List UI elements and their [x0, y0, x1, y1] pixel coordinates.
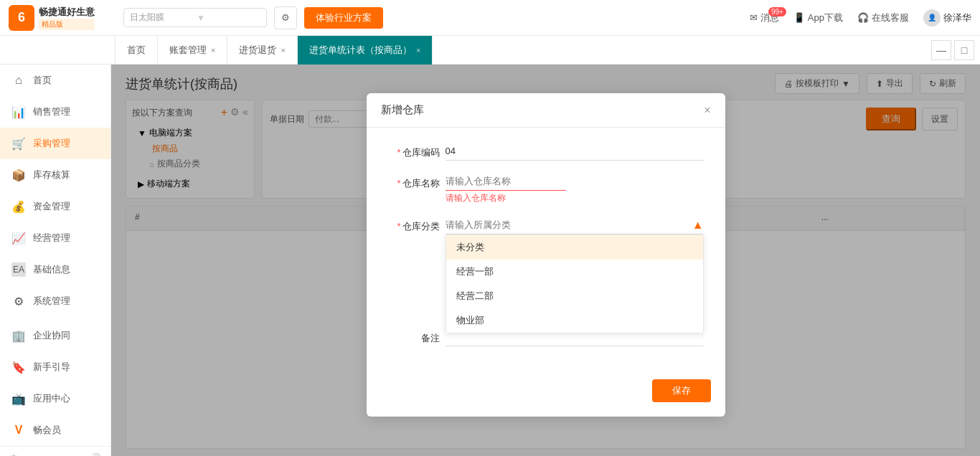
sidebar-item-operation[interactable]: 📈 经营管理 — [0, 222, 110, 254]
save-btn[interactable]: 保存 — [652, 379, 711, 402]
sidebar-inventory-label: 库存核算 — [33, 168, 70, 181]
finance-icon: 💰 — [11, 199, 26, 214]
tab-minimize-btn[interactable]: — — [931, 40, 951, 60]
tab-account-label: 账套管理 — [169, 44, 207, 57]
online-service-btn[interactable]: 🎧 在线客服 — [857, 11, 909, 24]
search-text: 日太阳膜 — [130, 11, 194, 24]
user-avatar: 👤 — [923, 9, 941, 27]
sidebar-item-enterprise[interactable]: 🏢 企业协同 — [0, 320, 110, 351]
sidebar-item-base[interactable]: EA 基础信息 — [0, 254, 110, 285]
modal-title: 新增仓库 — [381, 103, 424, 117]
modal-overlay: 新增仓库 × 仓库编码 仓库名称 — [111, 65, 980, 456]
sidebar-sound-icon[interactable]: 🔊 — [88, 452, 102, 456]
modal-footer: 保存 — [367, 372, 725, 417]
sidebar-home-label: 首页 — [33, 74, 52, 87]
messages-btn[interactable]: ✉ 消息 99+ — [750, 11, 779, 24]
tab-bar: 首页 账套管理 × 进货退货 × 进货单统计表（按商品） × — □ — [0, 36, 980, 65]
tab-home[interactable]: 首页 — [115, 36, 158, 65]
sidebar-item-sales[interactable]: 📊 销售管理 — [0, 96, 110, 128]
logo-icon: 6 — [9, 5, 34, 31]
sidebar-vip-label: 畅会员 — [33, 424, 61, 437]
operation-icon: 📈 — [11, 231, 26, 245]
category-label: 仓库分类 — [388, 216, 446, 233]
logo-main-text: 畅捷通好生意 — [39, 6, 95, 19]
inventory-icon: 📦 — [11, 168, 26, 182]
online-service-label: 在线客服 — [872, 11, 909, 24]
username: 徐泽华 — [943, 11, 971, 24]
tab-purchase-stat[interactable]: 进货单统计表（按商品） × — [298, 36, 433, 65]
apps-icon: 📺 — [11, 391, 26, 406]
guide-icon: 🔖 — [11, 360, 26, 374]
name-label: 仓库名称 — [388, 173, 446, 190]
name-input[interactable] — [446, 172, 566, 191]
sidebar-item-purchase[interactable]: 🛒 采购管理 — [0, 128, 110, 159]
dropdown-item-1[interactable]: 经营一部 — [446, 260, 703, 284]
home-icon: ⌂ — [11, 73, 26, 87]
sidebar-item-finance[interactable]: 💰 资金管理 — [0, 191, 110, 222]
sidebar-item-home[interactable]: ⌂ 首页 — [0, 65, 110, 96]
category-input-wrapper: ▲ — [446, 216, 704, 234]
sidebar-guide-label: 新手引导 — [33, 361, 70, 374]
sidebar-sales-label: 销售管理 — [33, 105, 70, 118]
message-icon: ✉ — [750, 12, 758, 23]
main-layout: ⌂ 首页 📊 销售管理 🛒 采购管理 📦 库存核算 💰 资金管理 📈 经营管理 … — [0, 65, 980, 456]
logo-text: 畅捷通好生意 精品版 — [39, 6, 95, 30]
code-row: 仓库编码 — [388, 142, 704, 161]
sidebar-operation-label: 经营管理 — [33, 232, 70, 244]
settings-icon-btn[interactable]: ⚙ — [274, 6, 297, 29]
dropdown-item-3[interactable]: 物业部 — [446, 308, 703, 333]
tab-right-actions: — □ — [931, 40, 980, 60]
sidebar-enterprise-label: 企业协同 — [33, 329, 70, 342]
modal-header: 新增仓库 × — [367, 93, 725, 128]
dropdown-item-2[interactable]: 经营二部 — [446, 284, 703, 308]
sidebar-settings-icon[interactable]: ⚙ — [9, 452, 19, 456]
logo-area: 6 畅捷通好生意 精品版 — [9, 5, 116, 31]
sidebar-base-label: 基础信息 — [33, 263, 70, 276]
modal-body: 仓库编码 仓库名称 请输入仓库名称 — [367, 128, 725, 372]
logo-badge: 精品版 — [39, 19, 95, 30]
add-warehouse-modal: 新增仓库 × 仓库编码 仓库名称 — [367, 93, 725, 417]
enterprise-icon: 🏢 — [11, 328, 26, 343]
code-label: 仓库编码 — [388, 142, 446, 159]
user-area[interactable]: 👤 徐泽华 — [923, 9, 971, 27]
trial-btn[interactable]: 体验行业方案 — [304, 7, 383, 29]
category-row: 仓库分类 ▲ 未分类 经营一部 经营二部 物业部 — [388, 216, 704, 234]
tab-maximize-btn[interactable]: □ — [954, 40, 974, 60]
dropdown-item-0[interactable]: 未分类 — [446, 235, 703, 260]
sidebar-system-label: 系统管理 — [33, 295, 70, 308]
base-icon: EA — [11, 262, 26, 277]
sidebar-item-apps[interactable]: 📺 应用中心 — [0, 383, 110, 414]
top-header: 6 畅捷通好生意 精品版 日太阳膜 ▼ ⚙ 体验行业方案 ✉ 消息 99+ 📱 … — [0, 0, 980, 36]
headset-icon: 🎧 — [857, 12, 869, 23]
sidebar-item-system[interactable]: ⚙ 系统管理 — [0, 285, 110, 317]
sidebar-item-vip[interactable]: V 畅会员 — [0, 414, 110, 446]
category-input[interactable] — [446, 216, 704, 234]
system-icon: ⚙ — [11, 294, 26, 308]
category-dropdown: 未分类 经营一部 经营二部 物业部 — [446, 234, 704, 333]
code-input[interactable] — [446, 142, 704, 161]
tab-purchase-stat-close[interactable]: × — [416, 46, 420, 54]
tab-account[interactable]: 账套管理 × — [158, 36, 227, 65]
sales-icon: 📊 — [11, 105, 26, 119]
tab-purchase-return-label: 进货退货 — [239, 44, 276, 57]
header-right: ✉ 消息 99+ 📱 App下载 🎧 在线客服 👤 徐泽华 — [750, 9, 971, 27]
tab-purchase-return[interactable]: 进货退货 × — [227, 36, 297, 65]
messages-badge: 99+ — [768, 7, 786, 16]
tab-purchase-return-close[interactable]: × — [281, 46, 285, 54]
search-bar[interactable]: 日太阳膜 ▼ — [123, 8, 267, 27]
vip-icon: V — [11, 423, 26, 437]
category-toggle-icon[interactable]: ▲ — [692, 219, 704, 232]
app-download-label: App下载 — [808, 11, 843, 24]
modal-close-btn[interactable]: × — [704, 104, 710, 117]
sidebar-item-inventory[interactable]: 📦 库存核算 — [0, 159, 110, 191]
tab-purchase-stat-label: 进货单统计表（按商品） — [309, 44, 412, 57]
sidebar-item-guide[interactable]: 🔖 新手引导 — [0, 351, 110, 383]
app-download-btn[interactable]: 📱 App下载 — [793, 11, 843, 24]
remark-label: 备注 — [388, 328, 446, 345]
tab-account-close[interactable]: × — [211, 46, 215, 54]
mobile-icon: 📱 — [793, 12, 805, 23]
content-area: 进货单统计(按商品) 🖨 按模板打印 ▼ ⬆ 导出 ↻ 刷新 — [111, 65, 980, 456]
tab-home-label: 首页 — [127, 44, 146, 57]
sidebar-finance-label: 资金管理 — [33, 200, 70, 213]
name-error-msg: 请输入仓库名称 — [446, 192, 506, 204]
